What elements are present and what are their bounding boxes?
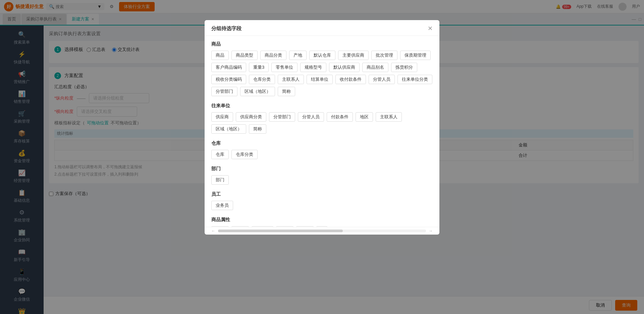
field-tag-partner-7[interactable]: 区域（地区） [211,124,246,134]
field-tag-warehouse-1[interactable]: 仓库分类 [231,150,258,159]
field-tag-product-15[interactable]: 税收分类编码 [211,75,246,84]
field-group-partner-title: 往来单位 [211,103,433,109]
field-tag-product-6[interactable]: 批次管理 [371,51,397,60]
field-tags-partner: 供应商 供应商分类 分管部门 分管人员 付款条件 地区 主联系人 区域（地区） … [211,112,433,134]
field-tag-product-9[interactable]: 重量3 [249,63,269,72]
field-tag-product-3[interactable]: 产地 [289,51,307,60]
modal-overlay: 分组待选字段 ✕ 商品 商品 商品类型 商品分类 产地 默认仓库 主要供应商 批… [0,0,644,314]
field-tag-product-20[interactable]: 分管人员 [369,75,395,84]
field-tag-partner-0[interactable]: 供应商 [211,112,233,122]
field-tag-product-11[interactable]: 规格型号 [300,63,326,72]
field-group-partner: 往来单位 供应商 供应商分类 分管部门 分管人员 付款条件 地区 主联系人 区域… [211,103,433,134]
field-tag-product-23[interactable]: 区域（地区） [240,87,275,96]
field-group-product-title: 商品 [211,41,433,47]
field-tag-product-1[interactable]: 商品类型 [231,51,258,60]
field-tag-product-7[interactable]: 保质期管理 [400,51,431,60]
field-tag-partner-8[interactable]: 简称 [249,124,266,134]
field-tag-product-8[interactable]: 客户商品编码 [211,63,246,72]
field-tag-product-21[interactable]: 往来单位分类 [397,75,432,84]
field-tag-product-16[interactable]: 仓库分类 [249,75,275,84]
field-group-product-attr: 商品属性 属性 颜色 多规格 尺码 鞋码 1 [211,217,433,227]
field-tag-product-24[interactable]: 简称 [278,87,295,96]
field-group-dept-title: 部门 [211,166,433,172]
field-tags-warehouse: 仓库 仓库分类 [211,150,433,159]
field-tag-product-0[interactable]: 商品 [211,51,229,60]
horizontal-scrollbar-thumb [218,230,343,232]
modal-title: 分组待选字段 [211,25,241,32]
field-group-warehouse: 仓库 仓库 仓库分类 [211,140,433,159]
field-tag-product-22[interactable]: 分管部门 [211,87,237,96]
scroll-left-arrow[interactable]: ← [211,229,215,233]
field-tag-product-5[interactable]: 主要供应商 [338,51,369,60]
field-tag-partner-5[interactable]: 地区 [356,112,373,122]
field-tag-product-19[interactable]: 收付款条件 [335,75,366,84]
scroll-right-arrow[interactable]: → [429,229,433,233]
horizontal-scrollbar[interactable] [218,230,426,232]
field-group-warehouse-title: 仓库 [211,140,433,146]
field-tag-product-12[interactable]: 默认供应商 [329,63,360,72]
field-group-dept: 部门 部门 [211,166,433,185]
field-tags-product: 商品 商品类型 商品分类 产地 默认仓库 主要供应商 批次管理 保质期管理 客户… [211,51,433,96]
field-tag-employee-0[interactable]: 业务员 [211,201,233,210]
field-group-employee-title: 员工 [211,191,433,197]
modal-close-button[interactable]: ✕ [428,25,433,32]
field-tag-partner-4[interactable]: 付款条件 [327,112,353,122]
field-tag-dept-0[interactable]: 部门 [211,175,229,185]
field-tag-product-14[interactable]: 拣货积分 [391,63,417,72]
field-tag-product-18[interactable]: 结算单位 [307,75,333,84]
field-tag-partner-6[interactable]: 主联系人 [376,112,402,122]
field-tag-product-13[interactable]: 商品别名 [362,63,388,72]
field-tag-partner-3[interactable]: 分管人员 [298,112,324,122]
field-tag-product-4[interactable]: 默认仓库 [309,51,335,60]
field-group-product-attr-title: 商品属性 [211,217,433,223]
field-tag-partner-1[interactable]: 供应商分类 [236,112,266,122]
field-tag-product-10[interactable]: 零售单位 [271,63,298,72]
field-tags-dept: 部门 [211,175,433,185]
modal-scrollbar-row: ← → [205,227,439,235]
field-group-product: 商品 商品 商品类型 商品分类 产地 默认仓库 主要供应商 批次管理 保质期管理… [211,41,433,96]
field-select-modal: 分组待选字段 ✕ 商品 商品 商品类型 商品分类 产地 默认仓库 主要供应商 批… [205,20,439,235]
modal-header: 分组待选字段 ✕ [205,20,439,36]
field-tags-employee: 业务员 [211,201,433,210]
modal-body: 商品 商品 商品类型 商品分类 产地 默认仓库 主要供应商 批次管理 保质期管理… [205,36,439,227]
field-tag-partner-2[interactable]: 分管部门 [269,112,295,122]
field-tag-product-2[interactable]: 商品分类 [260,51,286,60]
field-tag-warehouse-0[interactable]: 仓库 [211,150,229,159]
field-group-employee: 员工 业务员 [211,191,433,210]
field-tag-product-17[interactable]: 主联系人 [278,75,304,84]
